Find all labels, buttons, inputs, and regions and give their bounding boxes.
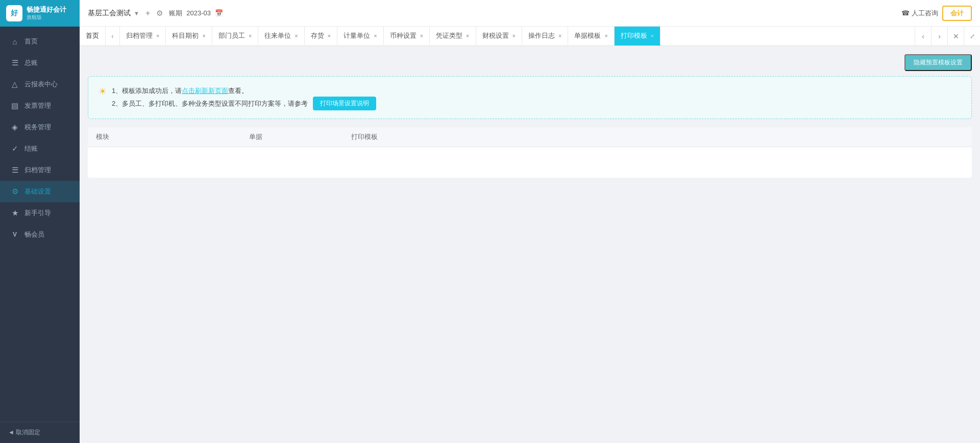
sidebar-label-checkout: 结账: [24, 144, 38, 153]
th-single: 单据: [241, 127, 343, 147]
tab-prev-btn[interactable]: ‹: [915, 27, 931, 45]
notice-line2: 2、多员工、多打印机、多种业务类型设置不同打印方案等，请参考 打印场景设置说明: [112, 97, 376, 110]
logo-sub: 旗舰版: [27, 14, 66, 21]
sidebar-item-home[interactable]: ⌂ 首页: [0, 31, 80, 52]
period-value: 2023-03: [186, 9, 211, 17]
tab-home[interactable]: 首页: [80, 27, 106, 45]
tab-singledoc[interactable]: 单据模板 ×: [568, 27, 614, 45]
company-name-text: 基层工会测试: [88, 9, 131, 18]
tab-next-btn[interactable]: ›: [931, 27, 947, 45]
tab-voucher-close[interactable]: ×: [466, 33, 469, 39]
tabbar: 首页 ‹ 归档管理 × 科目期初 × 部门员工 × 往来单位 × 存货 × 计量…: [80, 27, 980, 46]
tab-currency-label: 币种设置: [390, 31, 416, 40]
period-label: 账期: [169, 9, 182, 18]
notice-link[interactable]: 点击刷新新页面: [182, 87, 228, 95]
tax-icon: ◈: [10, 123, 19, 132]
add-button[interactable]: +: [145, 9, 150, 18]
tab-archive[interactable]: 归档管理 ×: [120, 27, 166, 45]
tab-expand-btn[interactable]: ⤢: [964, 27, 980, 45]
sidebar-label-ledger: 总账: [24, 58, 38, 67]
content-area: 隐藏预置模板设置 ☀ 1、模板添加成功后，请点击刷新新页面查看。 2、多员工、多…: [80, 46, 980, 443]
tab-nav-prev[interactable]: ‹: [106, 27, 120, 45]
logo-icon: 好: [6, 5, 22, 21]
calendar-icon[interactable]: 📅: [215, 9, 223, 17]
tab-close-btn[interactable]: ✕: [947, 27, 964, 45]
notice-line2-prefix: 2、多员工、多打印机、多种业务类型设置不同打印方案等，请参考: [112, 98, 308, 109]
tab-inventory-label: 存货: [311, 31, 324, 40]
tab-printtempl-close[interactable]: ×: [651, 33, 654, 39]
sidebar-label-invoice: 发票管理: [24, 101, 51, 110]
tab-department-label: 部门员工: [218, 31, 245, 40]
invoice-icon: ▤: [10, 101, 19, 110]
tab-voucher-label: 凭证类型: [436, 31, 462, 40]
home-icon: ⌂: [10, 37, 19, 46]
tab-subjects-close[interactable]: ×: [202, 33, 205, 39]
service-icon: ☎: [901, 9, 910, 17]
table-header: 模块 单据 打印模板: [88, 127, 972, 147]
logo-text-block: 畅捷通好会计 旗舰版: [27, 6, 66, 21]
tab-measure-label: 计量单位: [344, 31, 370, 40]
tab-department-close[interactable]: ×: [249, 33, 252, 39]
th-template: 打印模板: [343, 127, 972, 147]
tab-archive-close[interactable]: ×: [156, 33, 159, 39]
tab-supplier-close[interactable]: ×: [295, 33, 298, 39]
tab-taxset-label: 财税设置: [482, 31, 509, 40]
sidebar-nav: ⌂ 首页 ☰ 总账 △ 云报表中心 ▤ 发票管理 ◈ 税务管理 ✓ 结账 ☰ 归…: [0, 27, 80, 422]
tab-measure[interactable]: 计量单位 ×: [337, 27, 383, 45]
sidebar-label-archive: 归档管理: [24, 166, 51, 175]
tab-taxset[interactable]: 财税设置 ×: [476, 27, 522, 45]
topbar-actions: ☎ 人工咨询 会计: [901, 6, 972, 21]
sidebar-item-invoice[interactable]: ▤ 发票管理: [0, 95, 80, 116]
member-icon: V: [10, 231, 19, 238]
th-module: 模块: [88, 127, 241, 147]
sidebar-item-settings[interactable]: ⚙ 基础设置: [0, 181, 80, 202]
sidebar-item-member[interactable]: V 畅会员: [0, 224, 80, 245]
main-area: 基层工会测试 ▼ + ⚙ 账期 2023-03 📅 ☎ 人工咨询 会计 首页 ‹…: [80, 0, 980, 443]
service-button[interactable]: ☎ 人工咨询: [901, 9, 938, 18]
tab-taxset-close[interactable]: ×: [512, 33, 516, 39]
tab-end-btns: ‹ › ✕ ⤢: [915, 27, 980, 45]
tab-inventory-close[interactable]: ×: [328, 33, 331, 39]
notice-box: ☀ 1、模板添加成功后，请点击刷新新页面查看。 2、多员工、多打印机、多种业务类…: [88, 76, 972, 119]
sidebar-label-settings: 基础设置: [24, 187, 51, 196]
explain-button[interactable]: 打印场景设置说明: [313, 97, 376, 110]
sidebar-item-tax[interactable]: ◈ 税务管理: [0, 116, 80, 138]
guide-icon: ★: [10, 208, 19, 218]
topbar-settings-icon[interactable]: ⚙: [156, 9, 163, 18]
period-info: 账期 2023-03 📅: [169, 9, 223, 18]
sidebar-item-archive[interactable]: ☰ 归档管理: [0, 159, 80, 181]
company-name[interactable]: 基层工会测试 ▼: [88, 9, 139, 18]
tab-voucher[interactable]: 凭证类型 ×: [430, 27, 476, 45]
dropdown-icon[interactable]: ▼: [134, 10, 139, 16]
tab-currency-close[interactable]: ×: [420, 33, 423, 39]
sidebar-label-guide: 新手引导: [24, 208, 51, 218]
tab-inventory[interactable]: 存货 ×: [305, 27, 337, 45]
tab-currency[interactable]: 币种设置 ×: [384, 27, 430, 45]
tab-department[interactable]: 部门员工 ×: [212, 27, 258, 45]
sidebar-label-home: 首页: [24, 37, 38, 46]
tab-singledoc-close[interactable]: ×: [604, 33, 607, 39]
sidebar-item-ledger[interactable]: ☰ 总账: [0, 52, 80, 74]
tab-singledoc-label: 单据模板: [574, 31, 601, 40]
tab-oplog-close[interactable]: ×: [558, 33, 561, 39]
settings-icon: ⚙: [10, 187, 19, 196]
tab-subjects-label: 科目期初: [172, 31, 199, 40]
tab-printtempl[interactable]: 打印模板 ×: [615, 27, 660, 45]
tab-supplier[interactable]: 往来单位 ×: [258, 27, 304, 45]
tab-measure-close[interactable]: ×: [374, 33, 377, 39]
reports-icon: △: [10, 80, 19, 89]
sidebar: 好 畅捷通好会计 旗舰版 ⌂ 首页 ☰ 总账 △ 云报表中心 ▤ 发票管理 ◈ …: [0, 0, 80, 443]
notice-line1: 1、模板添加成功后，请点击刷新新页面查看。: [112, 85, 376, 97]
tab-subjects[interactable]: 科目期初 ×: [166, 27, 212, 45]
sidebar-label-tax: 税务管理: [24, 123, 51, 132]
sidebar-label-reports: 云报表中心: [24, 80, 58, 89]
ledger-icon: ☰: [10, 58, 19, 67]
tab-oplog[interactable]: 操作日志 ×: [522, 27, 568, 45]
tab-home-label: 首页: [86, 31, 99, 40]
kuaiji-button[interactable]: 会计: [942, 6, 972, 21]
sidebar-footer-pin[interactable]: ◄ 取消固定: [0, 422, 80, 443]
sidebar-item-checkout[interactable]: ✓ 结账: [0, 138, 80, 159]
sidebar-item-reports[interactable]: △ 云报表中心: [0, 74, 80, 95]
hide-template-button[interactable]: 隐藏预置模板设置: [904, 54, 972, 71]
sidebar-item-guide[interactable]: ★ 新手引导: [0, 202, 80, 224]
